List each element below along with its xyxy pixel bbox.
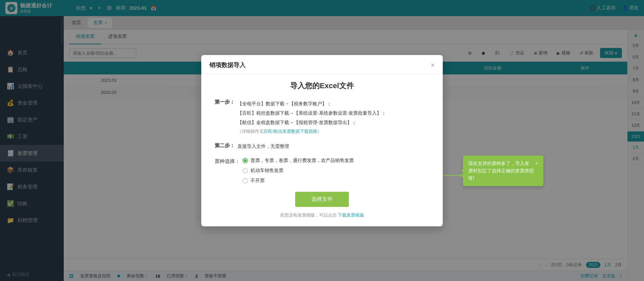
radio-motor-label: 机动车销售发票	[251, 168, 283, 174]
step1-line1: 【全电平台】数据下载→【税务数字账户】；	[237, 99, 386, 108]
step1-note: （详细操作见百旺/航信发票数据下载指南）	[237, 127, 386, 136]
tooltip-close-button[interactable]: ×	[535, 160, 538, 167]
tooltip-bubble: × 现在支持的票种多了，导入发票时别忘了选择正确的发票类型呀!	[463, 156, 543, 186]
import-title: 导入您的Excel文件	[215, 81, 429, 91]
step2-block: 第二步： 直接导入文件，无需整理	[215, 143, 429, 151]
step2-label: 第二步：	[215, 143, 235, 149]
select-file-button[interactable]: 选择文件	[295, 192, 349, 207]
modal-footer-note: 若您没有发票模版，可以点击 下载发票模版	[215, 212, 429, 218]
step2-content: 直接导入文件，无需整理	[237, 144, 289, 150]
radio-normal[interactable]: 普票，专票，卷票，通行费发票，农产品销售发票	[243, 158, 354, 164]
ticket-select-label: 票种选择：	[215, 158, 240, 165]
radio-normal-circle	[243, 158, 248, 163]
radio-no-invoice-circle	[243, 178, 248, 183]
step1-content: 【全电平台】数据下载→【税务数字账户】； 【百旺】税控盘数据下载→【系统设置-系…	[237, 99, 386, 136]
step1-block: 第一步： 【全电平台】数据下载→【税务数字账户】； 【百旺】税控盘数据下载→【系…	[215, 99, 429, 136]
modal-header: 销项数据导入 ×	[201, 55, 443, 74]
radio-motor-circle	[243, 168, 248, 173]
step1-note-link[interactable]: 百旺/航信发票数据下载指南	[264, 129, 317, 134]
tooltip-text: 现在支持的票种多了，导入发票时别忘了选择正确的发票类型呀!	[468, 161, 534, 181]
step1-label: 第一步：	[215, 99, 235, 134]
ticket-select-row: 票种选择： 普票，专票，卷票，通行费发票，农产品销售发票 机动车销售	[215, 158, 429, 184]
import-modal: 销项数据导入 × 导入您的Excel文件 第一步： 【全电平台】数据下载→【税务…	[201, 55, 443, 226]
radio-motor[interactable]: 机动车销售发票	[243, 168, 354, 174]
modal-body: 导入您的Excel文件 第一步： 【全电平台】数据下载→【税务数字账户】； 【百…	[201, 74, 443, 226]
download-template-link[interactable]: 下载发票模版	[338, 213, 364, 218]
modal-overlay: 销项数据导入 × 导入您的Excel文件 第一步： 【全电平台】数据下载→【税务…	[0, 0, 644, 281]
radio-normal-inner	[244, 159, 247, 162]
modal-close-button[interactable]: ×	[431, 62, 435, 68]
step2-header: 第二步： 直接导入文件，无需整理	[215, 143, 429, 151]
tooltip-connector	[443, 175, 462, 176]
radio-no-invoice[interactable]: 不开票	[243, 178, 354, 184]
step1-header: 第一步： 【全电平台】数据下载→【税务数字账户】； 【百旺】税控盘数据下载→【系…	[215, 99, 429, 136]
radio-no-invoice-label: 不开票	[251, 178, 265, 184]
footer-note-text: 若您没有发票模版，可以点击	[280, 213, 337, 218]
radio-group: 普票，专票，卷票，通行费发票，农产品销售发票 机动车销售发票 不开票	[243, 158, 354, 184]
ticket-select: 票种选择： 普票，专票，卷票，通行费发票，农产品销售发票 机动车销售	[215, 158, 429, 184]
step1-line2: 【百旺】税控盘数据下载→【系统设置-系统参数设置-发票批量导入】；	[237, 108, 386, 118]
radio-normal-label: 普票，专票，卷票，通行费发票，农产品销售发票	[251, 158, 354, 164]
modal-title: 销项数据导入	[209, 61, 246, 69]
step1-line3: 【航信】金税盘数据下载→【报税管理-发票数据导出】；	[237, 118, 386, 127]
